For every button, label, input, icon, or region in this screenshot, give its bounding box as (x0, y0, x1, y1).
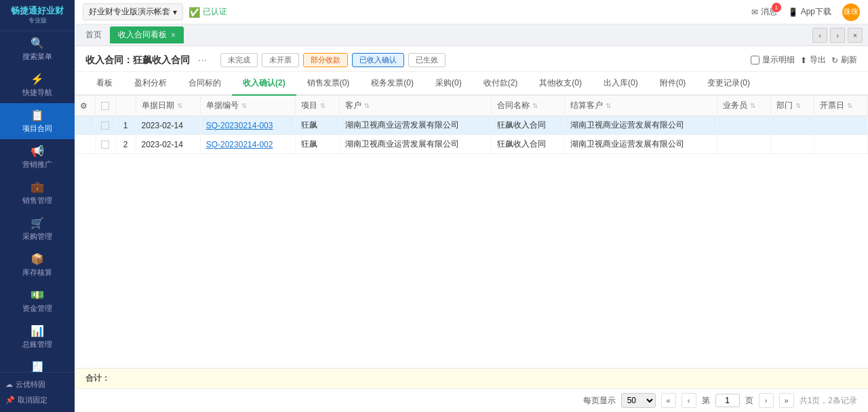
purchase-icon: 🛒 (31, 217, 44, 229)
status-btn-effective[interactable]: 已生效 (408, 53, 446, 67)
first-page-button[interactable]: « (661, 393, 676, 408)
company-selector[interactable]: 好业财专业版演示帐套 ▾ (83, 3, 183, 20)
subtab-other[interactable]: 其他收支(0) (528, 72, 593, 96)
sidebar-item-ledger[interactable]: 📊总账管理 (0, 319, 75, 355)
invoice-icon: 🧾 (31, 360, 44, 372)
table-wrap[interactable]: ⚙ 单据日期⇅ 单据编号⇅ 项目⇅ 客户⇅ 合同名称⇅ 结算客户⇅ 业务员⇅ 部… (75, 96, 868, 368)
user-avatar[interactable]: 珠珠 (842, 3, 860, 21)
th-end-customer[interactable]: 结算客户⇅ (565, 96, 717, 116)
certified-badge: ✅ 已认证 (189, 6, 227, 18)
tab-close-button[interactable]: × (848, 28, 863, 43)
sidebar-item-inventory[interactable]: 📦库存核算 (0, 247, 75, 283)
subtab-purchase[interactable]: 采购(0) (425, 72, 473, 96)
per-page-select[interactable]: 50 100 200 (621, 393, 656, 408)
tab-next-button[interactable]: › (830, 28, 845, 43)
sidebar-item-invoice[interactable]: 🧾发票管理 (0, 355, 75, 372)
income-table: ⚙ 单据日期⇅ 单据编号⇅ 项目⇅ 客户⇅ 合同名称⇅ 结算客户⇅ 业务员⇅ 部… (75, 96, 868, 154)
th-contract[interactable]: 合同名称⇅ (492, 96, 565, 116)
prev-page-button[interactable]: ‹ (682, 393, 696, 408)
sidebar-item-purchase[interactable]: 🛒采购管理 (0, 211, 75, 247)
row-doc-no[interactable]: SQ-20230214-003 (200, 116, 296, 135)
th-date[interactable]: 单据日期⇅ (136, 96, 200, 116)
subtab-kanban[interactable]: 看板 (85, 72, 123, 96)
export-button[interactable]: ⬆ 导出 (800, 54, 826, 66)
app-name: 畅捷通好业财 (0, 5, 75, 16)
sidebar-item-marketing[interactable]: 📢营销推广 (0, 139, 75, 175)
page-suffix: 页 (745, 395, 753, 407)
subtab-subject[interactable]: 合同标的 (178, 72, 232, 96)
chevron-down-icon: ▾ (173, 7, 177, 17)
subtab-attach[interactable]: 附件(0) (649, 72, 697, 96)
sidebar-bottom-unpin-label: 取消固定 (18, 395, 47, 405)
subtab-tax[interactable]: 税务发票(0) (360, 72, 425, 96)
sort-salesperson-icon: ⇅ (750, 102, 755, 109)
cloud-icon: ☁ (5, 380, 13, 389)
refresh-button[interactable]: ↻ 刷新 (831, 54, 857, 66)
page-number-input[interactable] (715, 394, 740, 407)
row-checkbox[interactable] (101, 141, 109, 149)
doc-no-link[interactable]: SQ-20230214-002 (206, 140, 273, 149)
total-label: 合计： (85, 373, 110, 384)
sidebar-bottom-cloud[interactable]: ☁ 云优特固 (5, 377, 69, 392)
row-num: 1 (115, 116, 136, 135)
row-check[interactable] (95, 116, 115, 135)
subtab-inout[interactable]: 出入库(0) (593, 72, 649, 96)
row-project: 狂飙 (296, 116, 339, 135)
th-doc-no[interactable]: 单据编号⇅ (200, 96, 296, 116)
th-department[interactable]: 部门⇅ (770, 96, 814, 116)
doc-no-link[interactable]: SQ-20230214-003 (206, 121, 273, 130)
row-check[interactable] (95, 135, 115, 154)
sidebar-item-search[interactable]: 🔍搜索菜单 (0, 31, 75, 67)
subtab-income[interactable]: 收入确认(2) (232, 72, 296, 96)
row-num: 2 (115, 135, 136, 154)
sidebar-item-funds[interactable]: 💵资金管理 (0, 283, 75, 319)
tab-prev-button[interactable]: ‹ (812, 28, 827, 43)
last-page-button[interactable]: » (779, 393, 794, 408)
sidebar-item-nav[interactable]: ⚡快捷导航 (0, 67, 75, 103)
more-options-button[interactable]: ··· (198, 54, 207, 67)
status-btn-incomplete[interactable]: 未完成 (220, 53, 258, 67)
table-row[interactable]: 1 2023-02-14 SQ-20230214-003 狂飙 湖南卫视商业运营… (75, 116, 868, 135)
subtab-payment[interactable]: 收付款(2) (473, 72, 529, 96)
messages-button[interactable]: ✉ 1 消息 (751, 6, 777, 18)
main-area: 好业财专业版演示帐套 ▾ ✅ 已认证 ✉ 1 消息 📱 App下载 珠珠 (75, 0, 868, 412)
sidebar-scroll: 🔍搜索菜单⚡快捷导航📋项目合同📢营销推广💼销售管理🛒采购管理📦库存核算💵资金管理… (0, 31, 75, 372)
show-detail-toggle[interactable]: 显示明细 (751, 54, 795, 66)
show-detail-checkbox[interactable] (751, 56, 760, 64)
th-customer[interactable]: 客户⇅ (339, 96, 492, 116)
sidebar-bottom-unpin[interactable]: 📌 取消固定 (5, 392, 69, 408)
th-salesperson[interactable]: 业务员⇅ (717, 96, 770, 116)
next-page-button[interactable]: › (759, 393, 774, 408)
row-doc-no[interactable]: SQ-20230214-002 (200, 135, 296, 154)
row-contract: 狂飙收入合同 (492, 116, 565, 135)
th-invoice-date[interactable]: 开票日⇅ (814, 96, 868, 116)
tab-home[interactable]: 首页 (80, 26, 107, 43)
table-row[interactable]: 2 2023-02-14 SQ-20230214-002 狂飙 湖南卫视商业运营… (75, 135, 868, 154)
status-btn-uninvoiced[interactable]: 未开票 (262, 53, 299, 67)
avatar: 珠珠 (842, 3, 860, 21)
status-btn-partial[interactable]: 部分收款 (303, 53, 348, 67)
sidebar-item-sales[interactable]: 💼销售管理 (0, 175, 75, 211)
subtab-change[interactable]: 变更记录(0) (696, 72, 761, 96)
tab-contract-board[interactable]: 收入合同看板 × (110, 26, 184, 43)
export-icon: ⬆ (800, 56, 807, 65)
sidebar-logo: 畅捷通好业财 专业版 (0, 0, 75, 31)
select-all-checkbox[interactable] (101, 102, 109, 110)
sidebar-item-contract[interactable]: 📋项目合同 (0, 103, 75, 139)
row-customer: 湖南卫视商业运营发展有限公司 (339, 135, 492, 154)
sales-icon: 💼 (31, 181, 44, 193)
app-download-button[interactable]: 📱 App下载 (788, 6, 831, 18)
sidebar-bottom-cloud-label: 云优特固 (16, 379, 45, 390)
row-invoice-date (814, 116, 868, 135)
sort-project-icon: ⇅ (320, 102, 326, 109)
subtab-sales[interactable]: 销售发票(0) (296, 72, 361, 96)
subtab-profit[interactable]: 盈利分析 (123, 72, 178, 96)
total-pages-info: 共1页，2条记录 (800, 395, 857, 407)
tab-close-icon[interactable]: × (171, 31, 176, 40)
th-check[interactable] (95, 96, 115, 116)
status-btn-confirmed[interactable]: 已收入确认 (352, 53, 404, 67)
th-project[interactable]: 项目⇅ (296, 96, 339, 116)
sort-invoice-icon: ⇅ (847, 102, 852, 109)
th-settings[interactable]: ⚙ (75, 96, 95, 116)
row-checkbox[interactable] (101, 121, 109, 130)
